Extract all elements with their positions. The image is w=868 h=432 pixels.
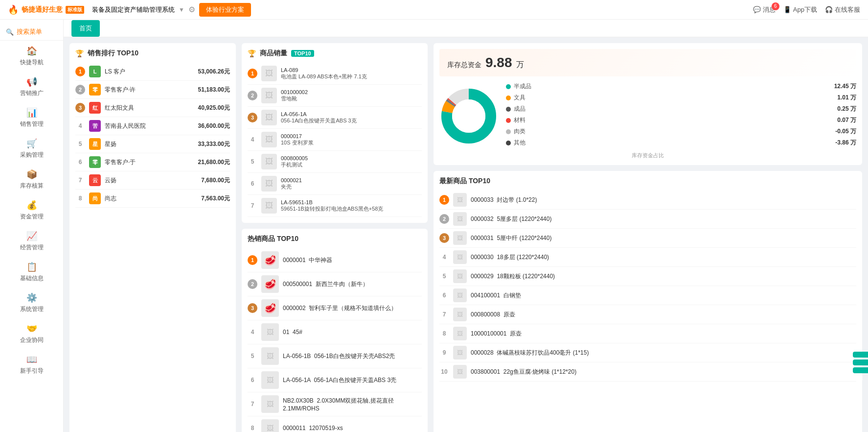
product-rank-item: 5 🖼 000800005 手机测试 <box>248 151 422 173</box>
sales-rank-item: 6 零 零售客户·于 21,680.00元 <box>75 153 230 171</box>
online-service-action[interactable]: 🎧 在线客服 <box>825 5 860 14</box>
rank-amount: 40,925.00元 <box>198 104 230 112</box>
logo-badge: 标准版 <box>66 6 84 14</box>
chart-icon: 📊 <box>26 107 37 118</box>
sidebar-item-guide[interactable]: 📖 新手引导 <box>0 349 63 380</box>
product-code: 0000021 <box>281 177 422 183</box>
sidebar-item-inventory[interactable]: 📦 库存核算 <box>0 164 63 195</box>
legend-name: 文具 <box>514 94 834 102</box>
product-rank-title: 🏆 商品销量 TOP10 <box>248 49 422 58</box>
sidebar-item-purchase[interactable]: 🛒 采购管理 <box>0 133 63 164</box>
product-thumb-icon: 🖼 <box>265 113 273 122</box>
tab-home[interactable]: 首页 <box>71 20 100 37</box>
rank-name: 星扬 <box>105 140 194 148</box>
legend-dot <box>506 141 511 145</box>
product-thumb-icon: 🖼 <box>265 135 273 144</box>
newest-thumb-icon: 🖼 <box>457 311 463 318</box>
sidebar-item-marketing[interactable]: 📢 营销推广 <box>0 72 63 102</box>
sales-rank-item: 2 零 零售客户·许 51,183.00元 <box>75 81 230 99</box>
newest-thumb: 🖼 <box>453 212 467 226</box>
sidebar-label-0: 快捷导航 <box>20 58 44 67</box>
legend: 半成品 12.45 万 文具 1.01 万 成品 0.25 万 材料 0.07 … <box>506 82 856 150</box>
rank-number: 6 <box>248 377 257 384</box>
newest-thumb-icon: 🖼 <box>457 349 463 356</box>
product-thumb-icon: 🖼 <box>265 179 273 188</box>
product-code: 000800005 <box>281 155 422 161</box>
rank-number: 4 <box>248 136 257 143</box>
hot-item: 2 🥩 000500001 新西兰牛肉（新牛） <box>248 272 422 296</box>
settings-icon[interactable]: ⚙ <box>188 5 195 14</box>
search-menu[interactable]: 🔍 搜索菜单 <box>0 24 63 41</box>
hot-item: 4 🖼 01 45# <box>248 320 422 344</box>
service-label: 在线客服 <box>835 5 860 14</box>
legend-dot <box>506 84 511 89</box>
rank-name: 尚志 <box>105 194 197 203</box>
product-thumb: 🖼 <box>261 132 277 147</box>
rank-number: 1 <box>439 195 449 205</box>
newest-item: 7 🖼 000800008 原壶 <box>439 305 856 324</box>
newest-products-title: 最新商品 TOP10 <box>439 177 856 186</box>
megaphone-icon: 📢 <box>26 76 37 87</box>
rank-number: 2 <box>248 279 257 289</box>
newest-item: 6 🖼 004100001 白钢垫 <box>439 286 856 305</box>
product-thumb: 🖼 <box>261 88 277 103</box>
rank-number: 3 <box>248 113 257 122</box>
sidebar-label-9: 企业协同 <box>20 336 44 344</box>
sidebar-item-nav[interactable]: 🏠 快捷导航 <box>0 41 63 72</box>
sidebar-item-operation[interactable]: 📈 经营管理 <box>0 226 63 257</box>
product-info: 001000002 雪地靴 <box>281 89 422 102</box>
hot-info: 0000001 中华神器 <box>283 256 422 264</box>
sidebar-item-sales[interactable]: 📊 销售管理 <box>0 102 63 133</box>
donut-chart <box>439 87 498 145</box>
live-btn[interactable]: 直播 <box>853 367 868 373</box>
product-thumb: 🖼 <box>261 110 277 125</box>
message-action[interactable]: 💬 消息 6 <box>753 5 776 14</box>
float-service: 客服热线 服务社区 直播 <box>853 352 868 373</box>
sidebar-label-7: 基础信息 <box>20 274 44 283</box>
hot-item: 8 🖼 0000011 12070519-xs <box>248 416 422 432</box>
trial-button[interactable]: 体验行业方案 <box>199 3 251 17</box>
customer-hotline-btn[interactable]: 客服热线 <box>853 352 868 358</box>
rank-number: 6 <box>75 159 85 166</box>
service-community-btn[interactable]: 服务社区 <box>853 360 868 365</box>
dashboard: 🏆 销售排行 TOP10 1 L LS 客户 53,006.26元 2 零 零售… <box>64 37 868 432</box>
app-download-action[interactable]: 📱 App下载 <box>783 5 817 14</box>
newest-item: 5 🖼 0000029 18颗粒板 (1220*2440) <box>439 267 856 286</box>
product-thumb-icon: 🖼 <box>265 201 273 210</box>
rank-number: 6 <box>248 180 257 187</box>
hot-code: 000500001 新西兰牛肉（新牛） <box>283 280 422 288</box>
rank-number: 6 <box>439 292 449 299</box>
rank-name: 零售客户·许 <box>105 86 194 94</box>
newest-item: 10 🖼 003800001 22g鱼豆腐·烧烤味 (1*12*20) <box>439 362 856 382</box>
sidebar-item-basic[interactable]: 📋 基础信息 <box>0 257 63 288</box>
newest-item: 4 🖼 0000030 18多层 (1220*2440) <box>439 248 856 267</box>
newest-info: 003800001 22g鱼豆腐·烧烤味 (1*12*20) <box>471 368 856 376</box>
product-code: 001000002 <box>281 89 422 95</box>
sales-rank-list: 1 L LS 客户 53,006.26元 2 零 零售客户·许 51,183.0… <box>75 63 230 208</box>
dropdown-arrow-icon[interactable]: ▼ <box>179 6 184 13</box>
sales-rank-item: 3 红 红太阳文具 40,925.00元 <box>75 99 230 117</box>
rank-avatar: 云 <box>89 174 101 186</box>
hot-code: NB2.0X30B 2.0X30MM双搓花轴,搓花直径2.1MM/ROHS <box>283 397 422 412</box>
sidebar-item-enterprise[interactable]: 🤝 企业协同 <box>0 318 63 349</box>
rank-number: 3 <box>439 233 449 243</box>
product-thumb-icon: 🖼 <box>265 69 273 78</box>
product-info: 000800005 手机测试 <box>281 155 422 168</box>
search-icon: 🔍 <box>6 28 14 36</box>
product-name: 10S 变利罗浆 <box>281 139 422 146</box>
legend-dot <box>506 118 511 123</box>
hot-info: NB2.0X30B 2.0X30MM双搓花轴,搓花直径2.1MM/ROHS <box>283 397 422 412</box>
newest-info: 0000029 18颗粒板 (1220*2440) <box>471 272 856 281</box>
rank-number: 3 <box>248 303 257 313</box>
newest-item: 8 🖼 10000100001 原壶 <box>439 324 856 343</box>
rank-name: 云扬 <box>105 176 197 185</box>
legend-value: 1.01 万 <box>837 94 856 102</box>
sidebar-item-system[interactable]: ⚙️ 系统管理 <box>0 288 63 318</box>
newest-thumb: 🖼 <box>453 288 467 302</box>
rank-avatar: 尚 <box>89 192 101 204</box>
newest-thumb: 🖼 <box>453 250 467 264</box>
product-info: 0000021 夹壳 <box>281 177 422 191</box>
rank-number: 5 <box>248 353 257 360</box>
newest-info: 0000032 5厘多层 (1220*2440) <box>471 215 856 223</box>
sidebar-item-finance[interactable]: 💰 资金管理 <box>0 195 63 226</box>
